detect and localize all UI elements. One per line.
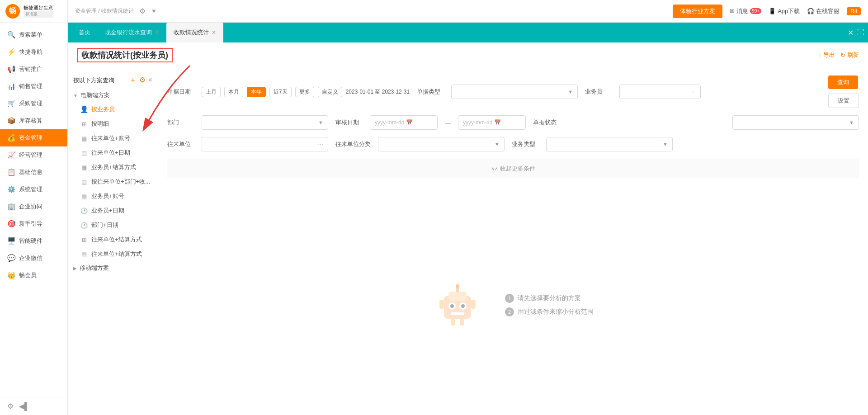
scheme-section-desktop: ▼ 电脑端方案 👤 按业务员 ⊞ 按明细 ▤ 往来单位+账号 xyxy=(68,89,158,261)
scheme-item-salesman-date[interactable]: 🕐 业务员+日期 xyxy=(68,203,158,218)
sidebar-item-basic[interactable]: 📋 基础信息 xyxy=(0,164,67,181)
logo-badge: 标准版 xyxy=(24,11,53,18)
sidebar-item-marketing[interactable]: 📢 营销推广 xyxy=(0,61,67,78)
sidebar-item-finance[interactable]: 💰 资金管理 xyxy=(0,129,67,146)
scheme-item-by-salesman[interactable]: 👤 按业务员 xyxy=(68,102,158,117)
doc-status-select[interactable]: ▼ xyxy=(732,115,859,130)
sidebar-item-label: 企业协同 xyxy=(19,203,42,211)
dept-select[interactable]: ▼ xyxy=(202,115,328,130)
sidebar-item-quicknav[interactable]: ⚡ 快捷导航 xyxy=(0,43,67,61)
sidebar-item-system[interactable]: ⚙️ 系统管理 xyxy=(0,181,67,198)
scheme-item-label: 往来单位+账号 xyxy=(91,134,130,142)
partner-cat-select[interactable]: ▼ xyxy=(378,137,505,151)
query-button[interactable]: 查询 xyxy=(828,75,858,89)
app-logo: 畅 畅捷通好生意 标准版 xyxy=(0,0,67,23)
sidebar-item-sales[interactable]: 📊 销售管理 xyxy=(0,78,67,95)
sidebar-item-operation[interactable]: 📈 经营管理 xyxy=(0,146,67,164)
sidebar-item-purchase[interactable]: 🛒 采购管理 xyxy=(0,95,67,112)
scheme-item-partner-settle1[interactable]: ⊞ 往来单位+结算方式 xyxy=(68,232,158,247)
scheme-panel-actions: ＋ ⚙ « xyxy=(129,75,152,85)
tab-bank-flow-close[interactable]: ✕ xyxy=(155,29,159,36)
scheme-item-salesman-settle[interactable]: ▦ 业务员+结算方式 xyxy=(68,160,158,174)
right-panel: 单据日期 上月 本月 本年 近7天 更多 自定义 2023-01-01 至 20… xyxy=(158,68,868,415)
tab-receipt-stat[interactable]: 收款情况统计 ✕ xyxy=(166,23,223,42)
sidebar-item-guide[interactable]: 🎯 新手引导 xyxy=(0,215,67,232)
scheme-item-dept-date[interactable]: 🕐 部门+日期 xyxy=(68,218,158,232)
scheme-item-label: 业务员+日期 xyxy=(91,207,124,215)
filter-settings-button[interactable]: 设置 xyxy=(828,94,859,108)
settings-bottom-icon[interactable]: ⚙ xyxy=(7,402,14,410)
sidebar-item-label: 系统管理 xyxy=(19,185,42,193)
review-date-start[interactable]: yyyy-mm-dd 📅 xyxy=(370,115,438,130)
sidebar-item-hardware[interactable]: 🖥️ 智能硬件 xyxy=(0,232,67,250)
tab-close-all-icon[interactable]: ✕ xyxy=(848,28,854,37)
salesman-dots[interactable]: ··· xyxy=(691,89,696,95)
header-gear-icon[interactable]: ⚙ xyxy=(139,7,146,15)
add-scheme-icon[interactable]: ＋ xyxy=(129,75,137,85)
doc-type-select[interactable]: ▼ xyxy=(451,85,578,99)
content-body: 按以下方案查询 ＋ ⚙ « ▼ 电脑端方案 👤 按业务员 xyxy=(68,68,868,415)
section-label: 电脑端方案 xyxy=(80,91,110,99)
message-action[interactable]: ✉ 消息 99+ xyxy=(730,7,761,15)
sidebar-item-inventory[interactable]: 📦 库存核算 xyxy=(0,112,67,129)
partner-more-icon[interactable]: ··· xyxy=(318,141,323,148)
scheme-item-partner-settle2[interactable]: ▤ 往来单位+结算方式 xyxy=(68,247,158,261)
scheme-collapse-icon[interactable]: « xyxy=(148,75,152,85)
svg-rect-1 xyxy=(448,292,467,301)
scheme-settings-icon[interactable]: ⚙ xyxy=(139,75,146,85)
date-btn-7days[interactable]: 近7天 xyxy=(269,87,292,97)
review-date-end[interactable]: yyyy-mm-dd 📅 xyxy=(458,115,526,130)
online-service-action[interactable]: 🎧 在线客服 xyxy=(807,7,840,15)
tip-text-1: 请先选择要分析的方案 xyxy=(518,294,581,302)
trial-button[interactable]: 体验行业方案 xyxy=(673,5,722,18)
calendar-start-icon[interactable]: 📅 xyxy=(406,119,413,126)
user-avatar[interactable]: Rit xyxy=(847,7,861,15)
date-btn-last-month[interactable]: 上月 xyxy=(202,87,221,97)
date-btn-more[interactable]: 更多 xyxy=(295,87,314,97)
calendar-end-icon[interactable]: 📅 xyxy=(494,119,501,126)
collapse-bar[interactable]: ∧∧ 收起更多条件 xyxy=(167,159,859,178)
sidebar-item-wechat[interactable]: 💬 企业微信 xyxy=(0,250,67,267)
header-dropdown-icon[interactable]: ▼ xyxy=(151,8,157,14)
tab-home[interactable]: 首页 xyxy=(71,23,98,42)
svg-rect-8 xyxy=(471,300,476,309)
collapse-sidebar-icon[interactable]: ◀▌ xyxy=(19,402,29,410)
sidebar-item-search[interactable]: 🔍 搜索菜单 xyxy=(0,26,67,43)
collapse-label: 收起更多条件 xyxy=(500,165,535,173)
guide-icon: 🎯 xyxy=(7,220,15,228)
export-icon: ↑ xyxy=(819,52,822,59)
date-btn-this-month[interactable]: 本月 xyxy=(224,87,243,97)
partner-label: 往来单位 xyxy=(167,140,194,148)
biz-type-select[interactable]: ▼ xyxy=(546,137,673,151)
sales-icon: 📊 xyxy=(7,82,15,90)
scheme-section-desktop-title[interactable]: ▼ 电脑端方案 xyxy=(68,89,158,102)
user-name: Rit xyxy=(847,7,861,15)
scheme-item-partner-date[interactable]: ▤ 往来单位+日期 xyxy=(68,146,158,160)
message-badge: 99+ xyxy=(750,8,761,14)
refresh-button[interactable]: ↻ 刷新 xyxy=(840,51,859,59)
page-title: 收款情况统计(按业务员) xyxy=(77,48,173,62)
scheme-section-mobile-title[interactable]: ▶ 移动端方案 xyxy=(68,261,158,275)
date-btn-custom[interactable]: 自定义 xyxy=(318,87,342,97)
scheme-item-by-detail[interactable]: ⊞ 按明细 xyxy=(68,117,158,131)
logo-icon: 畅 xyxy=(5,4,20,19)
scheme-item-salesman-account[interactable]: ▤ 业务员+账号 xyxy=(68,189,158,203)
tab-receipt-stat-close[interactable]: ✕ xyxy=(212,29,216,36)
date-btn-this-year[interactable]: 本年 xyxy=(247,87,266,97)
export-button[interactable]: ↑ 导出 xyxy=(819,51,835,59)
scheme-item-partner-dept[interactable]: ▤ 按往来单位+部门+收... xyxy=(68,174,158,189)
app-download-action[interactable]: 📱 App下载 xyxy=(769,7,800,15)
tab-bank-flow[interactable]: 现金银行流水查询 ✕ xyxy=(98,23,166,42)
tab-fullscreen-icon[interactable]: ⛶ xyxy=(857,28,864,37)
sidebar-item-enterprise[interactable]: 🏢 企业协同 xyxy=(0,198,67,215)
sidebar-item-label: 经营管理 xyxy=(19,151,42,159)
partner-select[interactable]: ··· xyxy=(202,137,328,151)
salesman-select[interactable]: ··· xyxy=(619,85,701,99)
sidebar-item-label: 新手引导 xyxy=(19,220,42,228)
mobile-section-label: 移动端方案 xyxy=(80,264,109,272)
page-content: 收款情况统计(按业务员) ↑ 导出 ↻ 刷新 按以下方案查询 ＋ xyxy=(68,42,868,415)
scheme-item-partner-account[interactable]: ▤ 往来单位+账号 xyxy=(68,131,158,146)
scheme-item-label: 往来单位+结算方式 xyxy=(91,250,142,258)
table2-icon: ▤ xyxy=(80,149,88,156)
sidebar-item-member[interactable]: 👑 畅会员 xyxy=(0,267,67,284)
